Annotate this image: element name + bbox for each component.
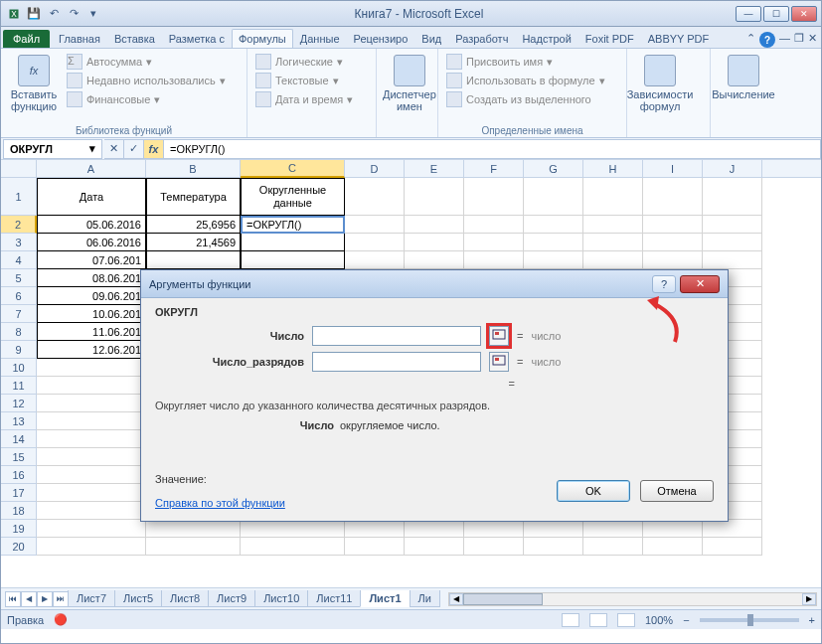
cell[interactable] <box>464 178 524 216</box>
row-header[interactable]: 10 <box>1 359 37 377</box>
doc-close-icon[interactable]: ✕ <box>808 32 817 48</box>
col-header-H[interactable]: H <box>583 160 643 178</box>
tab-layout[interactable]: Разметка с <box>162 29 232 48</box>
cell[interactable]: 07.06.201 <box>37 251 146 269</box>
doc-minimize-icon[interactable]: — <box>779 32 790 48</box>
col-header-B[interactable]: B <box>146 160 241 178</box>
sheet-tab[interactable]: Лист8 <box>161 590 209 607</box>
row-header[interactable]: 2 <box>1 216 37 234</box>
cell[interactable] <box>703 538 762 556</box>
cell[interactable] <box>524 520 583 538</box>
cell[interactable] <box>345 520 405 538</box>
name-manager-button[interactable]: Диспетчер имен <box>383 51 436 112</box>
cell[interactable]: Температура <box>146 178 241 216</box>
cell[interactable] <box>643 538 703 556</box>
autosum-button[interactable]: ΣАвтосумма ▾ <box>65 53 228 71</box>
row-header[interactable]: 20 <box>1 538 37 556</box>
dialog-help-button[interactable]: ? <box>652 275 676 293</box>
undo-icon[interactable]: ↶ <box>45 5 63 23</box>
cell[interactable] <box>345 251 405 269</box>
view-normal-icon[interactable] <box>562 613 579 627</box>
row-header[interactable]: 4 <box>1 251 37 269</box>
text-button[interactable]: Текстовые ▾ <box>253 72 355 89</box>
row-header[interactable]: 14 <box>1 430 37 448</box>
use-in-formula-button[interactable]: Использовать в формуле ▾ <box>444 72 607 89</box>
tab-insert[interactable]: Вставка <box>107 29 162 48</box>
cell[interactable] <box>37 484 146 502</box>
col-header-A[interactable]: A <box>37 160 146 178</box>
minimize-button[interactable]: — <box>736 6 761 22</box>
insert-function-button[interactable]: fx Вставить функцию <box>7 51 61 112</box>
cell[interactable] <box>643 251 703 269</box>
sheet-tab[interactable]: Лист9 <box>208 590 255 607</box>
calculation-button[interactable]: Вычисление <box>717 51 770 100</box>
fx-button-icon[interactable]: fx <box>144 139 164 159</box>
cell[interactable] <box>583 216 643 234</box>
select-all-corner[interactable] <box>1 160 37 178</box>
row-header[interactable]: 7 <box>1 305 37 323</box>
cell[interactable] <box>524 178 583 216</box>
cell[interactable] <box>524 234 583 251</box>
row-header[interactable]: 6 <box>1 287 37 305</box>
cell[interactable]: 11.06.201 <box>37 323 146 341</box>
cell[interactable] <box>241 538 345 556</box>
row-header[interactable]: 13 <box>1 412 37 430</box>
cell[interactable] <box>37 430 146 448</box>
sheet-tab[interactable]: Лист5 <box>114 590 162 607</box>
dialog-titlebar[interactable]: Аргументы функции ? ✕ <box>141 270 728 298</box>
function-help-link[interactable]: Справка по этой функции <box>155 497 285 509</box>
ribbon-minimize-icon[interactable]: ⌃ <box>746 32 755 48</box>
cell[interactable] <box>703 216 762 234</box>
zoom-slider[interactable] <box>700 618 799 622</box>
cell[interactable] <box>643 520 703 538</box>
cell[interactable] <box>464 234 524 251</box>
nav-first-icon[interactable]: ⏮ <box>5 591 21 607</box>
cell[interactable] <box>37 412 146 430</box>
cell[interactable] <box>583 178 643 216</box>
cell[interactable] <box>524 538 583 556</box>
scroll-right-icon[interactable]: ▶ <box>802 593 816 605</box>
cell[interactable]: 10.06.201 <box>37 305 146 323</box>
file-tab[interactable]: Файл <box>3 30 50 48</box>
financial-button[interactable]: Финансовые ▾ <box>65 90 228 108</box>
cell[interactable] <box>37 502 146 520</box>
row-header[interactable]: 12 <box>1 395 37 412</box>
recent-button[interactable]: Недавно использовались ▾ <box>65 72 228 89</box>
cell[interactable]: Округленные данные <box>241 178 345 216</box>
qa-dropdown-icon[interactable]: ▾ <box>84 5 102 23</box>
cell[interactable] <box>241 520 345 538</box>
cell[interactable] <box>405 234 464 251</box>
zoom-level[interactable]: 100% <box>645 614 673 626</box>
scroll-left-icon[interactable]: ◀ <box>449 593 463 605</box>
sheet-tab[interactable]: Ли <box>410 590 440 607</box>
cell[interactable] <box>37 448 146 466</box>
logical-button[interactable]: Логические ▾ <box>253 53 355 71</box>
chevron-down-icon[interactable]: ▾ <box>89 142 95 155</box>
formula-input[interactable]: =ОКРУГЛ() <box>164 139 821 159</box>
row-header[interactable]: 3 <box>1 234 37 251</box>
row-header[interactable]: 1 <box>1 178 37 216</box>
cell[interactable] <box>241 251 345 269</box>
col-header-J[interactable]: J <box>703 160 762 178</box>
maximize-button[interactable]: ☐ <box>763 6 789 22</box>
cancel-button[interactable]: Отмена <box>640 480 714 502</box>
cell[interactable] <box>241 234 345 251</box>
cell[interactable] <box>524 251 583 269</box>
arg2-range-picker-icon[interactable] <box>489 352 509 372</box>
help-icon[interactable]: ? <box>759 32 775 48</box>
nav-next-icon[interactable]: ▶ <box>37 591 53 607</box>
excel-icon[interactable]: X <box>5 5 23 23</box>
create-from-selection-button[interactable]: Создать из выделенного <box>444 90 607 108</box>
cell[interactable]: 06.06.2016 <box>37 234 146 251</box>
row-header[interactable]: 8 <box>1 323 37 341</box>
col-header-G[interactable]: G <box>524 160 583 178</box>
col-header-C[interactable]: C <box>241 160 345 178</box>
row-header[interactable]: 9 <box>1 341 37 359</box>
row-header[interactable]: 18 <box>1 502 37 520</box>
cell[interactable] <box>703 178 762 216</box>
cell[interactable]: 09.06.201 <box>37 287 146 305</box>
sheet-tab[interactable]: Лист11 <box>307 590 361 607</box>
cell[interactable] <box>464 216 524 234</box>
formula-auditing-button[interactable]: Зависимости формул <box>633 51 687 112</box>
cell[interactable] <box>146 520 241 538</box>
